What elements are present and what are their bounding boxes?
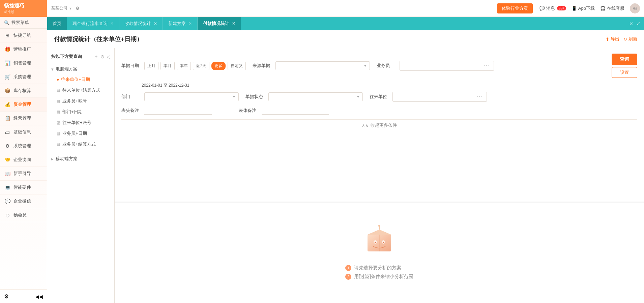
tab-new-scheme-close[interactable]: ✕ xyxy=(188,21,192,26)
sidebar-item-inventory[interactable]: 📦 库存核算 xyxy=(0,84,47,98)
collapse-btn[interactable]: ∧∧ 收起更多条件 xyxy=(121,119,637,131)
filter-body-note-input[interactable] xyxy=(262,107,329,115)
tab-home[interactable]: 首页 xyxy=(47,17,67,30)
query-btn[interactable]: 查询 xyxy=(612,54,637,65)
scheme-group-mobile-title[interactable]: ▸ 移动端方案 xyxy=(47,154,114,164)
settings-btn[interactable]: 设置 xyxy=(612,67,637,78)
scheme-item-salesperson-settlement[interactable]: ▦ 业务员+结算方式 xyxy=(47,139,114,150)
system-icon: ⚙ xyxy=(4,143,11,149)
scheme-collapse-icon[interactable]: ◁ xyxy=(107,54,110,59)
tab-new-scheme[interactable]: 新建方案 ✕ xyxy=(163,17,198,30)
date-btn-7-days[interactable]: 近7天 xyxy=(193,62,209,70)
sidebar-item-label: 库存核算 xyxy=(13,88,31,94)
collapse-sidebar-btn[interactable]: ◀◀ xyxy=(35,294,43,299)
settings-bottom-icon[interactable]: ⚙ xyxy=(4,293,9,300)
dots-icon[interactable]: ··· xyxy=(477,94,483,100)
filter-bill-status-select[interactable]: ▾ xyxy=(268,92,363,101)
scheme-table-icon: ▦ xyxy=(57,131,60,136)
date-btn-this-year[interactable]: 本年 xyxy=(177,62,191,70)
tab-receipt-stats-close[interactable]: ✕ xyxy=(154,21,157,26)
chevron-down-icon[interactable]: ▾ xyxy=(69,6,71,11)
scheme-item-salesperson-account[interactable]: ▦ 业务员+账号 xyxy=(47,96,114,107)
tip-number-2: 2 xyxy=(345,274,351,280)
app-download-btn[interactable]: 📱 App下载 xyxy=(572,5,595,11)
filter-date-item: 单据日期 上月 本月 本年 近7天 更多 自定义 xyxy=(121,62,246,70)
tab-payment-stats[interactable]: 付款情况统计 ✕ xyxy=(198,17,241,30)
scheme-item-partner-account[interactable]: ▨ 往来单位+账号 xyxy=(47,117,114,128)
chevron-down-icon: ▾ xyxy=(357,94,359,99)
date-btn-this-month[interactable]: 本月 xyxy=(160,62,175,70)
sidebar-item-guide[interactable]: 📖 新手引导 xyxy=(0,167,47,181)
scheme-item-partner-settlement[interactable]: ▦ 往来单位+结算方式 xyxy=(47,85,114,96)
svg-point-5 xyxy=(383,242,384,243)
notification-btn[interactable]: 💬 消息 99+ xyxy=(539,5,566,11)
collab-icon: 🤝 xyxy=(4,156,11,163)
tab-bank-flow[interactable]: 现金银行流水查询 ✕ xyxy=(67,17,119,30)
scheme-item-salesperson-date[interactable]: ▦ 业务员+日期 xyxy=(47,128,114,139)
empty-illustration xyxy=(359,224,400,258)
online-service-btn[interactable]: 🎧 在线客服 xyxy=(600,5,624,11)
tab-bank-flow-label: 现金银行流水查询 xyxy=(72,21,108,27)
sidebar-item-member[interactable]: ◇ 畅会员 xyxy=(0,208,47,222)
svg-point-4 xyxy=(375,242,376,243)
sidebar-item-label: 系统管理 xyxy=(13,143,31,149)
user-avatar[interactable]: Rit xyxy=(630,3,640,13)
notification-count: 99+ xyxy=(557,6,566,10)
dots-icon[interactable]: ··· xyxy=(484,63,490,69)
chevron-down-icon: ▾ xyxy=(364,63,366,68)
sidebar-item-quick-nav[interactable]: ⊞ 快捷导航 xyxy=(0,29,47,42)
export-btn[interactable]: ⬆ 导出 xyxy=(606,36,619,42)
sales-icon: 📊 xyxy=(4,60,11,66)
filter-header-note-input[interactable] xyxy=(144,107,212,115)
chevron-right-icon: ▸ xyxy=(51,156,54,161)
refresh-btn[interactable]: ↻ 刷新 xyxy=(623,36,637,42)
sidebar-item-finance[interactable]: 💰 资金管理 xyxy=(0,98,47,112)
tab-bank-flow-close[interactable]: ✕ xyxy=(110,21,114,26)
filter-source-select[interactable]: ▾ xyxy=(275,61,370,70)
tab-home-label: 首页 xyxy=(53,21,61,27)
sidebar-search[interactable]: 🔍 搜索菜单 xyxy=(0,17,47,29)
sidebar-item-wechat[interactable]: 💬 企业微信 xyxy=(0,194,47,208)
scheme-item-label: 业务员+日期 xyxy=(62,130,87,137)
scheme-item-dept-date[interactable]: ▦ 部门+日期 xyxy=(47,107,114,117)
scheme-panel-header: 按以下方案查询 ＋ ⊙ ◁ xyxy=(47,52,114,62)
filter-dept-select[interactable]: ▾ xyxy=(144,92,239,101)
date-btn-more[interactable]: 更多 xyxy=(211,62,226,70)
industry-btn[interactable]: 体验行业方案 xyxy=(497,3,533,13)
content-body: 按以下方案查询 ＋ ⊙ ◁ ▾ 电脑端方案 ● 往来单位+日期 ▦ xyxy=(47,48,644,303)
sidebar-item-sales[interactable]: 📊 销售管理 xyxy=(0,56,47,70)
filter-bill-status-label: 单据状态 xyxy=(245,94,266,100)
tip-text-1: 请先选择要分析的方案 xyxy=(354,265,401,271)
sidebar-item-operation[interactable]: 📋 经营管理 xyxy=(0,112,47,125)
date-btn-last-month[interactable]: 上月 xyxy=(144,62,158,70)
tab-receipt-stats[interactable]: 收款情况统计 ✕ xyxy=(119,17,163,30)
filter-salesperson-select[interactable]: ··· xyxy=(400,61,494,71)
scheme-settings-icon[interactable]: ⊙ xyxy=(100,54,105,59)
tab-payment-stats-close[interactable]: ✕ xyxy=(232,21,235,26)
sidebar-item-hardware[interactable]: 💻 智能硬件 xyxy=(0,181,47,194)
sidebar-item-collab[interactable]: 🤝 企业协同 xyxy=(0,153,47,167)
date-range-display: 2022-01-01 至 2022-12-31 xyxy=(142,83,637,88)
sidebar-item-marketing[interactable]: 🎁 营销推广 xyxy=(0,42,47,56)
filter-date-label: 单据日期 xyxy=(121,63,142,69)
filter-partner-select[interactable]: ··· xyxy=(392,92,487,102)
sidebar-item-system[interactable]: ⚙ 系统管理 xyxy=(0,139,47,153)
scheme-chart-icon: ▨ xyxy=(57,120,60,125)
filter-row-1: 单据日期 上月 本月 本年 近7天 更多 自定义 来源单据 xyxy=(121,54,637,78)
scheme-active-radio-icon: ● xyxy=(57,77,59,82)
date-btn-custom[interactable]: 自定义 xyxy=(228,62,246,70)
marketing-icon: 🎁 xyxy=(4,46,11,53)
scheme-item-partner-date[interactable]: ● 往来单位+日期 xyxy=(47,74,114,85)
quick-nav-icon: ⊞ xyxy=(4,32,11,39)
tab-close-all-icon[interactable]: ✕ xyxy=(629,21,633,26)
settings-icon[interactable]: ⚙ xyxy=(76,6,80,11)
sidebar-item-basic-info[interactable]: 🗃 基础信息 xyxy=(0,125,47,139)
tab-expand-icon[interactable]: ⤢ xyxy=(637,21,641,26)
sidebar-item-purchase[interactable]: 🛒 采购管理 xyxy=(0,70,47,84)
operation-icon: 📋 xyxy=(4,115,11,122)
search-menu-label: 搜索菜单 xyxy=(11,20,29,26)
scheme-group-desktop: ▾ 电脑端方案 ● 往来单位+日期 ▦ 往来单位+结算方式 ▦ 业务员+账号 ▦ xyxy=(47,62,114,152)
header: 某某公司 ▾ ⚙ 体验行业方案 💬 消息 99+ 📱 App下载 🎧 在线客服 … xyxy=(47,0,644,17)
scheme-group-desktop-title[interactable]: ▾ 电脑端方案 xyxy=(47,64,114,74)
scheme-add-icon[interactable]: ＋ xyxy=(94,54,98,60)
